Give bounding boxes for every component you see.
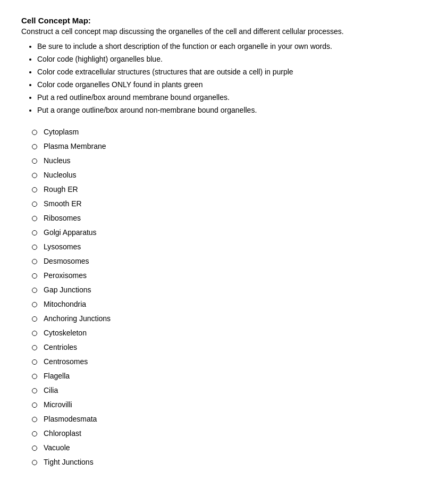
list-item-3: Nucleolus — [32, 170, 409, 181]
page-title: Cell Concept Map: — [21, 16, 409, 25]
instruction-item-4: Put a red outline/box around membrane bo… — [37, 92, 409, 103]
list-item-label: Nucleolus — [44, 170, 76, 181]
circle-bullet-icon — [32, 431, 37, 436]
instruction-item-2: Color code extracellular structures (str… — [37, 66, 409, 78]
list-item-label: Ribosomes — [44, 213, 81, 224]
list-item-13: Anchoring Junctions — [32, 313, 409, 324]
circle-bullet-icon — [32, 331, 37, 336]
list-item-19: Microvilli — [32, 399, 409, 410]
list-item-9: Desmosomes — [32, 256, 409, 267]
list-item-23: Tight Junctions — [32, 457, 409, 468]
circle-bullet-icon — [32, 374, 37, 379]
list-item-8: Lysosomes — [32, 241, 409, 253]
list-item-label: Centrioles — [44, 342, 77, 353]
list-item-5: Smooth ER — [32, 198, 409, 209]
list-item-22: Vacuole — [32, 442, 409, 453]
list-item-label: Plasmodesmata — [44, 414, 97, 425]
list-item-0: Cytoplasm — [32, 127, 409, 138]
circle-bullet-icon — [32, 460, 37, 465]
list-item-11: Gap Junctions — [32, 284, 409, 296]
list-item-label: Cilia — [44, 385, 58, 396]
instruction-item-0: Be sure to include a short description o… — [37, 41, 409, 52]
circle-bullet-icon — [32, 359, 37, 365]
list-item-2: Nucleus — [32, 155, 409, 166]
list-item-12: Mitochondria — [32, 299, 409, 310]
list-item-15: Centrioles — [32, 342, 409, 353]
list-item-label: Plasma Membrane — [44, 141, 106, 152]
list-item-label: Golgi Apparatus — [44, 227, 97, 238]
list-item-label: Smooth ER — [44, 198, 82, 209]
list-item-label: Cytoplasm — [44, 127, 79, 138]
circle-bullet-icon — [32, 402, 37, 408]
circle-bullet-icon — [32, 417, 37, 422]
list-item-label: Lysosomes — [44, 241, 81, 253]
instruction-item-5: Put a orange outline/box around non-memb… — [37, 105, 409, 116]
list-item-label: Gap Junctions — [44, 284, 91, 296]
list-item-20: Plasmodesmata — [32, 414, 409, 425]
circle-bullet-icon — [32, 187, 37, 192]
list-item-21: Chloroplast — [32, 428, 409, 439]
circle-bullet-icon — [32, 158, 37, 164]
circle-bullet-icon — [32, 288, 37, 293]
list-item-label: Centrosomes — [44, 356, 88, 367]
list-item-14: Cytoskeleton — [32, 327, 409, 339]
circle-bullet-icon — [32, 144, 37, 149]
list-item-18: Cilia — [32, 385, 409, 396]
circle-bullet-icon — [32, 245, 37, 250]
list-item-label: Tight Junctions — [44, 457, 94, 468]
circle-bullet-icon — [32, 273, 37, 279]
organelles-list: CytoplasmPlasma MembraneNucleusNucleolus… — [21, 127, 409, 468]
circle-bullet-icon — [32, 259, 37, 264]
list-item-label: Flagella — [44, 371, 70, 382]
list-item-label: Peroxisomes — [44, 270, 87, 281]
list-item-label: Desmosomes — [44, 256, 89, 267]
list-item-4: Rough ER — [32, 184, 409, 195]
list-item-label: Anchoring Junctions — [44, 313, 111, 324]
circle-bullet-icon — [32, 446, 37, 451]
list-item-16: Centrosomes — [32, 356, 409, 367]
list-item-1: Plasma Membrane — [32, 141, 409, 152]
list-item-17: Flagella — [32, 371, 409, 382]
list-item-6: Ribosomes — [32, 213, 409, 224]
list-item-label: Microvilli — [44, 399, 72, 410]
circle-bullet-icon — [32, 216, 37, 221]
circle-bullet-icon — [32, 388, 37, 393]
list-item-label: Rough ER — [44, 184, 78, 195]
list-item-10: Peroxisomes — [32, 270, 409, 281]
circle-bullet-icon — [32, 345, 37, 350]
instruction-item-1: Color code (highlight) organelles blue. — [37, 54, 409, 65]
circle-bullet-icon — [32, 130, 37, 135]
circle-bullet-icon — [32, 201, 37, 207]
instructions-list: Be sure to include a short description o… — [21, 41, 409, 116]
circle-bullet-icon — [32, 173, 37, 178]
circle-bullet-icon — [32, 316, 37, 322]
list-item-label: Vacuole — [44, 442, 70, 453]
list-item-7: Golgi Apparatus — [32, 227, 409, 238]
circle-bullet-icon — [32, 230, 37, 236]
list-item-label: Chloroplast — [44, 428, 81, 439]
list-item-label: Mitochondria — [44, 299, 86, 310]
list-item-label: Cytoskeleton — [44, 327, 87, 339]
circle-bullet-icon — [32, 302, 37, 307]
list-item-label: Nucleus — [44, 155, 71, 166]
page-container: Cell Concept Map: Construct a cell conce… — [21, 16, 409, 468]
intro-text: Construct a cell concept map discussing … — [21, 27, 409, 36]
instruction-item-3: Color code organelles ONLY found in plan… — [37, 79, 409, 90]
